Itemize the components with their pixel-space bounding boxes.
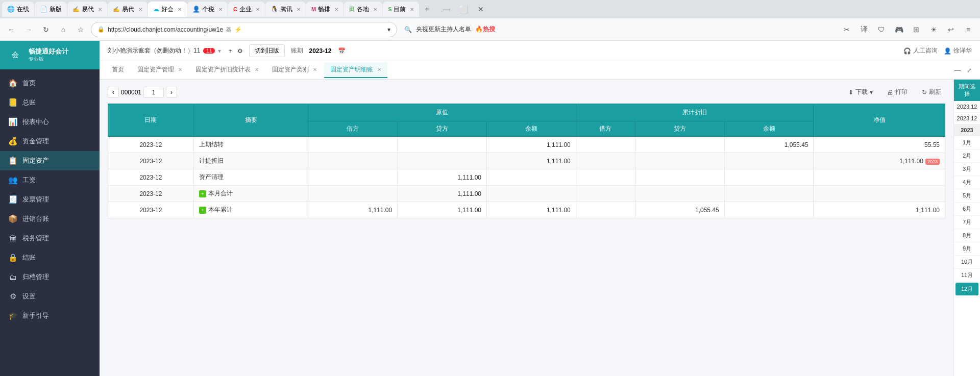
tab-expand-icon[interactable]: ⤢ xyxy=(965,67,974,74)
tab-depreciation-stats-close[interactable]: ✕ xyxy=(255,67,259,72)
period-item[interactable]: 11月 xyxy=(954,269,980,282)
reload-button[interactable]: ↻ xyxy=(39,22,53,37)
browser-tab-2[interactable]: ✍ 易代 ✕ xyxy=(67,2,107,17)
tab-close-5[interactable]: ✕ xyxy=(218,7,223,12)
period-item[interactable]: 3月 xyxy=(954,163,980,176)
switch-version-button[interactable]: 切到旧版 xyxy=(249,44,285,57)
tab-close-3[interactable]: ✕ xyxy=(138,7,142,12)
tab-close-2[interactable]: ✕ xyxy=(98,7,102,12)
period-item[interactable]: 7月 xyxy=(954,216,980,229)
undo-icon[interactable]: ↩ xyxy=(943,22,959,37)
tab-depreciation-stats[interactable]: 固定资产折旧统计表 ✕ xyxy=(189,62,265,78)
user-info: 刘小艳演示账套（勿删勿动！）11 11 ▾ + ⚙ xyxy=(108,46,243,55)
refresh-button[interactable]: ↻ 刷新 xyxy=(918,86,945,98)
bookmark-button[interactable]: ☆ xyxy=(74,22,88,37)
maximize-button[interactable]: ⬜ xyxy=(456,2,471,17)
user-profile-button[interactable]: 👤 徐译华 xyxy=(944,46,972,55)
browser-tab-10[interactable]: S 目前 ✕ xyxy=(383,2,419,17)
tab-label-7: 腾讯 xyxy=(280,5,292,14)
period-item[interactable]: 2023.12 xyxy=(954,101,980,113)
browser-tab-0[interactable]: 🌐 在线 xyxy=(2,2,34,17)
page-number-input[interactable] xyxy=(143,87,164,98)
add-button[interactable]: + xyxy=(228,47,232,55)
period-item[interactable]: 5月 xyxy=(954,189,980,203)
prev-page-button[interactable]: ‹ xyxy=(108,87,119,98)
period-item[interactable]: 8月 xyxy=(954,229,980,242)
shield-icon[interactable]: 🛡 xyxy=(874,22,889,37)
gamepad-icon[interactable]: 🎮 xyxy=(891,22,906,37)
sidebar-item-stock[interactable]: 📦 进销台账 xyxy=(0,209,100,229)
tab-minimize-icon[interactable]: — xyxy=(952,67,963,74)
app-edition: 专业版 xyxy=(29,56,68,63)
download-button[interactable]: ⬇ 下载 ▾ xyxy=(844,86,877,98)
period-item[interactable]: 2023 xyxy=(954,124,980,136)
url-box[interactable]: 🔒 https://cloud.chanjet.com/accounting/u… xyxy=(91,22,397,37)
sidebar-item-funds[interactable]: 💰 资金管理 xyxy=(0,132,100,151)
cell-dep-credit xyxy=(635,153,724,169)
period-item[interactable]: 9月 xyxy=(954,242,980,256)
period-item[interactable]: 2月 xyxy=(954,149,980,163)
sidebar-item-home[interactable]: 🏠 首页 xyxy=(0,73,100,93)
tab-asset-category-close[interactable]: ✕ xyxy=(313,67,317,72)
sidebar-item-settle[interactable]: 🔒 结账 xyxy=(0,248,100,267)
period-item[interactable]: 2023.12 xyxy=(954,113,980,124)
back-button[interactable]: ← xyxy=(4,22,18,37)
cell-dep-balance xyxy=(724,169,814,186)
browser-tab-3[interactable]: ✍ 易代 ✕ xyxy=(108,2,148,17)
user-avatar-icon: 👤 xyxy=(944,47,951,55)
minimize-button[interactable]: — xyxy=(438,2,454,17)
browser-tab-8[interactable]: M 畅排 ✕ xyxy=(306,2,344,17)
tab-asset-management[interactable]: 固定资产管理 ✕ xyxy=(131,62,188,78)
browser-tab-5[interactable]: 👤 个税 ✕ xyxy=(187,2,228,17)
period-item[interactable]: 10月 xyxy=(954,256,980,269)
tab-close-4[interactable]: ✕ xyxy=(178,7,182,12)
browser-tab-4[interactable]: ☁ 好会 ✕ xyxy=(148,2,187,17)
period-label: 账期 xyxy=(291,46,303,55)
period-item[interactable]: 1月 xyxy=(954,136,980,149)
home-button[interactable]: ⌂ xyxy=(56,22,70,37)
tab-close-7[interactable]: ✕ xyxy=(297,7,301,12)
tab-asset-management-close[interactable]: ✕ xyxy=(178,67,182,72)
cell-date: 2023-12 xyxy=(108,169,194,186)
new-tab-button[interactable]: + xyxy=(420,2,434,16)
calendar-icon[interactable]: 📅 xyxy=(338,47,346,55)
tab-close-6[interactable]: ✕ xyxy=(256,7,260,12)
cut-icon[interactable]: ✂ xyxy=(839,22,854,37)
sidebar-item-assets[interactable]: 📋 固定资产 xyxy=(0,151,100,170)
sidebar-item-guide[interactable]: 🎓 新手引导 xyxy=(0,306,100,325)
browser-tab-7[interactable]: 🐧 腾讯 ✕ xyxy=(265,2,306,17)
sidebar-item-invoice[interactable]: 🧾 发票管理 xyxy=(0,190,100,209)
support-button[interactable]: 🎧 人工咨询 xyxy=(903,46,938,55)
next-page-button[interactable]: › xyxy=(166,87,177,98)
brightness-icon[interactable]: ☀ xyxy=(926,22,941,37)
period-item[interactable]: 6月 xyxy=(954,203,980,216)
grid-icon[interactable]: ⊞ xyxy=(909,22,924,37)
sidebar-item-archive[interactable]: 🗂 归档管理 xyxy=(0,267,100,287)
tab-label-2: 易代 xyxy=(82,5,94,14)
tab-asset-category[interactable]: 固定资产类别 ✕ xyxy=(266,62,323,78)
sidebar-item-salary[interactable]: 👥 工资 xyxy=(0,170,100,190)
period-item[interactable]: 4月 xyxy=(954,176,980,189)
browser-tab-1[interactable]: 📄 新版 xyxy=(35,2,67,17)
tab-asset-detail-close[interactable]: ✕ xyxy=(377,67,381,72)
translate-icon[interactable]: 译 xyxy=(856,22,872,37)
sidebar-item-tax[interactable]: 🏛 税务管理 xyxy=(0,229,100,248)
browser-tab-6[interactable]: C 企业 ✕ xyxy=(228,2,265,17)
tab-asset-detail[interactable]: 固定资产明细账 ✕ xyxy=(324,62,387,78)
sidebar-item-reports[interactable]: 📊 报表中心 xyxy=(0,112,100,132)
dropdown-icon[interactable]: ▾ xyxy=(387,26,390,33)
period-item[interactable]: 12月 xyxy=(955,283,978,296)
tab-close-9[interactable]: ✕ xyxy=(373,7,377,12)
tab-close-8[interactable]: ✕ xyxy=(334,7,338,12)
tab-home[interactable]: 首页 xyxy=(106,62,130,78)
close-button[interactable]: ✕ xyxy=(473,2,488,17)
settings-small-icon[interactable]: ⚙ xyxy=(237,47,243,55)
menu-icon[interactable]: ≡ xyxy=(961,22,976,37)
cell-dep-debit xyxy=(576,186,635,202)
print-button[interactable]: 🖨 打印 xyxy=(883,86,912,98)
sidebar-item-settings[interactable]: ⚙ 设置 xyxy=(0,287,100,306)
forward-button[interactable]: → xyxy=(21,22,36,37)
sidebar-item-ledger[interactable]: 📒 总账 xyxy=(0,93,100,112)
browser-tab-9[interactable]: 田 各地 ✕ xyxy=(344,2,382,17)
tab-close-10[interactable]: ✕ xyxy=(410,7,414,12)
